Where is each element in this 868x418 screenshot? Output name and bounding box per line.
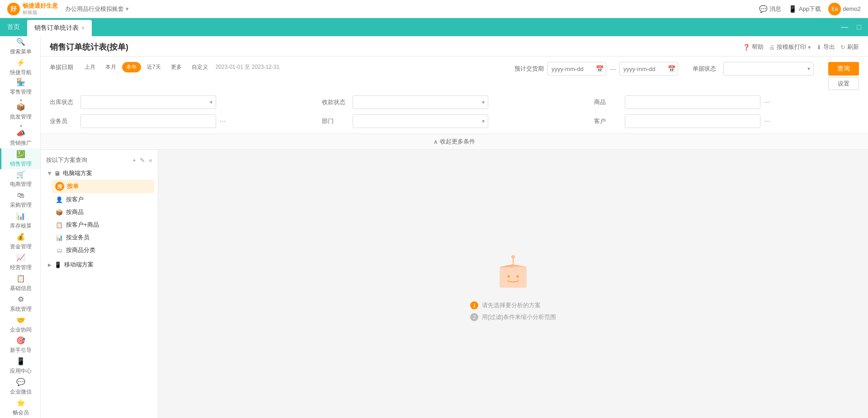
filter-panel: 单据日期 上月 本月 本年 近7天 更多 自定义 2023-01-01 至 20… — [41, 57, 868, 134]
scheme-collapse-icon[interactable]: « — [149, 157, 152, 164]
sidebar-item-sales[interactable]: 💹 销售管理 — [0, 148, 40, 169]
sidebar-item-basic[interactable]: 📋 基础信息 — [0, 273, 40, 294]
sidebar-item-collab[interactable]: 🤝 企业协同 — [0, 314, 40, 335]
payment-status-select[interactable] — [353, 95, 488, 109]
sidebar-item-appcenter[interactable]: 📱 应用中心 — [0, 356, 40, 376]
sidebar-item-quicknav[interactable]: ⚡ 快捷导航 — [0, 57, 40, 78]
customer-label: 客户 — [594, 117, 621, 125]
svg-point-4 — [511, 255, 515, 259]
collapse-bar[interactable]: ∧ 收起更多条件 — [41, 134, 868, 150]
app-selector[interactable]: 办公用品行业模拟账套 ▾ — [61, 3, 132, 15]
sidebar-item-operation[interactable]: 📈 经营管理 — [0, 252, 40, 273]
scheme-add-icon[interactable]: + — [132, 157, 136, 164]
top-bar-left: 好 畅捷通好生意 标账版 办公用品行业模拟账套 ▾ — [7, 2, 132, 15]
sidebar-item-finance[interactable]: 💰 资金管理 — [0, 231, 40, 252]
sidebar-item-system[interactable]: ⚙ 系统管理 — [0, 294, 40, 314]
avatar: Ea — [828, 3, 841, 15]
empty-svg — [491, 247, 536, 292]
scheme-item-bill[interactable]: 按 按单 — [52, 180, 154, 193]
logo-text: 畅捷通好生意 标账版 — [23, 2, 58, 15]
sidebar-item-marketing[interactable]: 📣 营销推广 — [0, 128, 40, 148]
mobile-group-title: 移动端方案 — [64, 261, 94, 269]
date-this-month-btn[interactable]: 本月 — [101, 62, 120, 72]
retail-icon: 🏪 — [16, 78, 25, 86]
mobile-group-header[interactable]: ▶ 📱 移动端方案 — [44, 258, 154, 271]
help-icon: ❓ — [743, 44, 750, 51]
tab-maximize-btn[interactable]: □ — [854, 22, 864, 33]
expected-date-start[interactable]: 📅 — [547, 62, 606, 76]
salesperson-label: 业务员 — [50, 117, 77, 125]
date-last7-btn[interactable]: 近7天 — [143, 62, 165, 72]
sidebar-item-retail[interactable]: 🏪 零售管理 ▾ — [0, 78, 40, 103]
setting-btn[interactable]: 设置 — [828, 77, 859, 90]
refresh-btn[interactable]: ↻ 刷新 — [840, 43, 859, 51]
date-this-year-btn[interactable]: 本年 — [122, 62, 141, 72]
date-last-month-btn[interactable]: 上月 — [80, 62, 99, 72]
app-download-action[interactable]: 📱 App下载 — [788, 5, 821, 13]
scheme-item-goods[interactable]: 📦 按商品 — [52, 206, 154, 218]
svg-rect-0 — [500, 267, 527, 288]
desktop-group-title: 电脑端方案 — [63, 169, 92, 177]
expected-date-label: 预计交货期 — [514, 65, 544, 73]
hint-num-1: 1 — [470, 301, 478, 309]
ship-status-select-wrapper[interactable]: ▾ — [80, 95, 216, 109]
sidebar-item-inventory[interactable]: 📊 库存核算 — [0, 210, 40, 231]
scheme-item-customer[interactable]: 👤 按客户 — [52, 193, 154, 206]
tab-minimize-btn[interactable]: — — [839, 22, 850, 33]
basic-icon: 📋 — [16, 274, 25, 283]
message-action[interactable]: 💬 消息 — [759, 5, 781, 13]
help-btn[interactable]: ❓ 帮助 — [743, 43, 764, 51]
scheme-goods-icon: 📦 — [55, 208, 63, 216]
scheme-item-goods-category[interactable]: 🗂 按商品分类 — [52, 244, 154, 256]
scheme-item-customer-goods[interactable]: 📋 按客户+商品 — [52, 218, 154, 231]
date-custom-btn[interactable]: 自定义 — [188, 62, 212, 72]
scheme-children: 按 按单 👤 按客户 📦 按商品 — [44, 180, 154, 256]
sidebar-item-search[interactable]: 🔍 搜索菜单 — [0, 36, 40, 57]
sidebar-item-ecommerce[interactable]: 🛒 电商管理 — [0, 169, 40, 190]
bill-status-select-wrapper[interactable]: ▾ — [723, 62, 814, 76]
empty-hint-2: 2 用[过滤]条件来缩小分析范围 — [470, 313, 556, 321]
payment-status-select-wrapper[interactable]: ▾ — [353, 95, 488, 109]
print-btn[interactable]: 🖨 按模板打印 ▾ — [769, 43, 811, 51]
tab-home[interactable]: 首页 — [0, 18, 27, 36]
sidebar-item-guide[interactable]: 🎯 新手引导 — [0, 335, 40, 356]
scheme-item-salesperson[interactable]: 📊 按业务员 — [52, 231, 154, 244]
user-area[interactable]: Ea demo2 — [828, 3, 861, 15]
system-icon: ⚙ — [18, 295, 24, 304]
export-btn[interactable]: ⬇ 导出 — [816, 43, 835, 51]
sidebar-item-purchase[interactable]: 🛍 采购管理 — [0, 190, 40, 210]
ecommerce-icon: 🛒 — [16, 170, 25, 179]
tab-close-icon[interactable]: × — [81, 25, 85, 31]
tab-sales-order-stats[interactable]: 销售订单统计表 × — [27, 20, 92, 36]
bill-status-select[interactable] — [723, 62, 814, 76]
query-btn[interactable]: 查询 — [828, 62, 859, 76]
goods-ellipsis[interactable]: ··· — [764, 98, 770, 106]
sidebar: 🔍 搜索菜单 ⚡ 快捷导航 🏪 零售管理 ▾ 📦 批发管理 ▴ 📣 营销推广 💹… — [0, 36, 41, 418]
customer-input[interactable] — [625, 114, 760, 128]
page-header: 销售订单统计表(按单) ❓ 帮助 🖨 按模板打印 ▾ ⬇ 导出 ↻ 刷新 — [41, 36, 868, 57]
mobile-group-arrow: ▶ — [48, 262, 52, 267]
collapse-up-icon: ∧ — [434, 138, 438, 145]
customer-ellipsis[interactable]: ··· — [764, 117, 770, 125]
sidebar-item-member[interactable]: ⭐ 畅会员 — [0, 397, 40, 418]
salesperson-ellipsis[interactable]: ··· — [220, 117, 226, 125]
scheme-tree: ▶ 🖥 电脑端方案 按 按单 👤 按客户 — [41, 167, 158, 271]
ship-status-select[interactable] — [80, 95, 216, 109]
scheme-edit-icon[interactable]: ✎ — [140, 157, 145, 164]
sidebar-item-wholesale[interactable]: 📦 批发管理 ▴ — [0, 103, 40, 128]
guide-icon: 🎯 — [16, 336, 25, 345]
desktop-group-header[interactable]: ▶ 🖥 电脑端方案 — [44, 167, 154, 180]
refresh-icon: ↻ — [840, 44, 845, 51]
member-icon: ⭐ — [16, 399, 25, 407]
expected-date-end[interactable]: 📅 — [619, 62, 678, 76]
dept-select-wrapper[interactable]: ▾ — [353, 114, 488, 128]
sidebar-item-wechat[interactable]: 💬 企业微信 — [0, 376, 40, 397]
salesperson-input[interactable] — [80, 114, 216, 128]
desktop-group-arrow: ▶ — [47, 171, 52, 175]
goods-input[interactable] — [625, 95, 760, 109]
dept-select[interactable] — [353, 114, 488, 128]
date-more-btn[interactable]: 更多 — [167, 62, 186, 72]
operation-icon: 📈 — [16, 253, 25, 262]
mobile-group-icon: 📱 — [54, 261, 61, 268]
collapse-btn[interactable]: ∧ 收起更多条件 — [434, 138, 475, 146]
